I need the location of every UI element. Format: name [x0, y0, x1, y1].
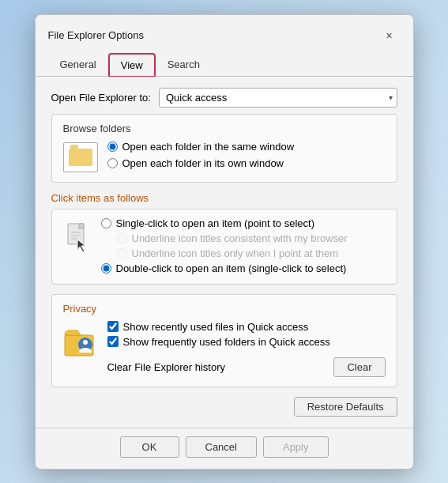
open-to-label: Open File Explorer to: — [51, 92, 151, 104]
open-to-row: Open File Explorer to: Quick access This… — [51, 88, 397, 108]
underline-browser-option[interactable]: Underline icon titles consistent with my… — [101, 232, 348, 244]
open-to-dropdown-wrapper: Quick access This PC ▾ — [159, 88, 397, 108]
double-click-option[interactable]: Double-click to open an item (single-cli… — [101, 262, 348, 274]
privacy-inner: Show recently used files in Quick access… — [63, 321, 386, 377]
dialog-title: File Explorer Options — [48, 29, 144, 41]
tab-general[interactable]: General — [48, 53, 108, 77]
single-click-option[interactable]: Single-click to open an item (point to s… — [101, 217, 348, 229]
frequent-folders-option[interactable]: Show frequently used folders in Quick ac… — [107, 336, 386, 348]
tab-bar: General View Search — [36, 53, 413, 77]
privacy-section: Privacy Show rece — [51, 294, 397, 387]
recent-files-option[interactable]: Show recently used files in Quick access — [107, 321, 386, 333]
title-bar: File Explorer Options × — [36, 15, 413, 53]
apply-button[interactable]: Apply — [263, 436, 329, 458]
same-window-option[interactable]: Open each folder in the same window — [107, 141, 295, 153]
cancel-button[interactable]: Cancel — [186, 436, 257, 458]
close-button[interactable]: × — [378, 25, 401, 47]
clear-button[interactable]: Clear — [333, 357, 385, 377]
cursor-icon — [63, 221, 92, 255]
restore-defaults-row: Restore Defaults — [51, 397, 397, 417]
click-items-section: Click items as follows — [51, 192, 397, 285]
privacy-options: Show recently used files in Quick access… — [107, 321, 386, 377]
tab-view[interactable]: View — [108, 53, 156, 77]
folder-icon — [63, 142, 98, 172]
restore-defaults-button[interactable]: Restore Defaults — [294, 397, 397, 417]
browse-folders-options: Open each folder in the same window Open… — [107, 141, 295, 169]
click-items-title: Click items as follows — [51, 192, 397, 204]
dialog-content: Open File Explorer to: Quick access This… — [36, 77, 413, 428]
svg-rect-1 — [79, 224, 84, 228]
own-window-option[interactable]: Open each folder in its own window — [107, 157, 295, 169]
tab-search[interactable]: Search — [156, 53, 212, 77]
clear-history-row: Clear File Explorer history Clear — [107, 357, 386, 377]
browse-folders-title: Browse folders — [63, 123, 386, 134]
privacy-title: Privacy — [63, 303, 386, 315]
svg-point-8 — [83, 340, 88, 345]
click-items-inner: Single-click to open an item (point to s… — [51, 209, 397, 285]
file-explorer-options-dialog: File Explorer Options × General View Sea… — [35, 14, 414, 470]
click-options-group: Single-click to open an item (point to s… — [101, 217, 348, 274]
folder-icon-shape — [69, 149, 92, 166]
browse-folders-section: Browse folders Open each folder in the s… — [51, 114, 397, 183]
ok-button[interactable]: OK — [120, 436, 179, 458]
open-to-dropdown[interactable]: Quick access This PC — [159, 88, 397, 108]
browse-folders-inner: Open each folder in the same window Open… — [63, 141, 386, 172]
clear-history-label: Clear File Explorer history — [107, 361, 226, 373]
bottom-bar: OK Cancel Apply — [36, 428, 413, 469]
privacy-icon — [63, 321, 98, 363]
underline-point-option[interactable]: Underline icon titles only when I point … — [101, 247, 348, 259]
